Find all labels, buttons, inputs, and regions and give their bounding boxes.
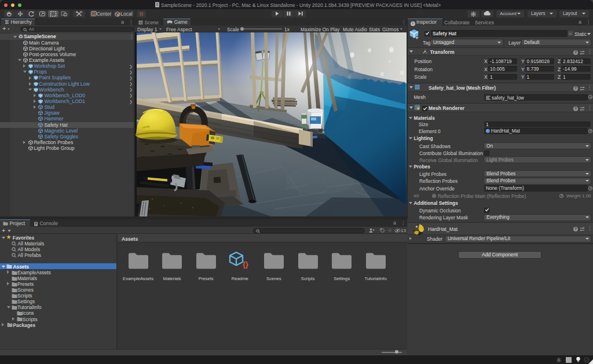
svg-text:{}: {} xyxy=(243,260,248,269)
